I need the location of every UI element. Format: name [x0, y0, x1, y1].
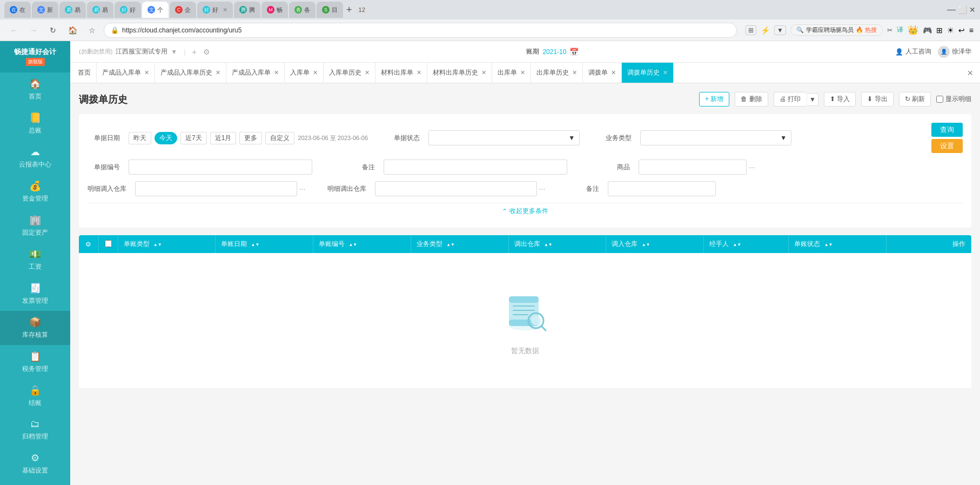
minimize-btn[interactable]: — [947, 5, 956, 15]
support-btn[interactable]: 👤 人工咨询 [895, 47, 931, 56]
sidebar-item-reports[interactable]: ☁ 云报表中心 [0, 141, 70, 175]
page-tab-outbound-hist-close[interactable]: ✕ [572, 69, 577, 76]
browser-tab-zai[interactable]: 在 在 [4, 2, 31, 18]
import-btn[interactable]: ⬆ 导入 [824, 92, 856, 107]
browser-tab-chang[interactable]: M 畅 [261, 2, 288, 18]
preset-today[interactable]: 今天 [155, 132, 177, 144]
page-tab-material-out-hist-close[interactable]: ✕ [481, 69, 486, 76]
col-settings[interactable]: ⚙ [79, 235, 98, 253]
browser-tab-mu[interactable]: S 目 [317, 2, 343, 18]
detail-in-ellipsis-btn[interactable]: ··· [297, 184, 308, 193]
tab-bar-close-all[interactable]: ✕ [963, 69, 978, 77]
translate-btn[interactable]: 译 [897, 25, 903, 35]
col-checkbox[interactable] [98, 235, 118, 253]
col-doc-no[interactable]: 单账编号 ▲▼ [313, 235, 411, 253]
preset-yesterday[interactable]: 昨天 [129, 132, 151, 144]
col-transfer-in[interactable]: 调入仓库 ▲▼ [606, 235, 704, 253]
sidebar-item-archive[interactable]: 🗂 归档管理 [0, 413, 70, 447]
preset-custom[interactable]: 自定义 [265, 132, 294, 144]
col-biz-type[interactable]: 业务类型 ▲▼ [411, 235, 508, 253]
page-tab-material-out-hist[interactable]: 材料出库单历史 ✕ [427, 63, 492, 83]
page-tab-inbound-hist[interactable]: 入库单历史 ✕ [324, 63, 375, 83]
back-btn[interactable]: ← [6, 23, 22, 38]
forward-btn[interactable]: → [26, 23, 41, 38]
col-doc-status[interactable]: 单账状态 ▲▼ [789, 235, 887, 253]
browser-tab-active[interactable]: 文 个 [142, 2, 169, 18]
preset-more[interactable]: 更多 [239, 132, 262, 144]
period-selector[interactable]: 账期 2021-10 📅 [526, 47, 579, 56]
page-tab-prod-inbound[interactable]: 产成品入库单 ✕ [97, 63, 155, 83]
add-company-btn[interactable]: + [192, 48, 197, 56]
page-tab-inbound[interactable]: 入库单 ✕ [285, 63, 324, 83]
print-dropdown-btn[interactable]: ▼ [807, 93, 818, 106]
browser-tab-yi2[interactable]: 易 易 [87, 2, 113, 18]
browser-tab-hao[interactable]: 好 好 [115, 2, 141, 18]
grid2-btn[interactable]: ⊞ [936, 26, 943, 35]
sidebar-item-assets[interactable]: 🏢 固定资产 [0, 209, 70, 243]
col-handler[interactable]: 经手人 ▲▼ [704, 235, 789, 253]
sort-doc-type[interactable]: ▲▼ [153, 243, 162, 247]
sort-doc-no[interactable]: ▲▼ [348, 243, 357, 247]
col-transfer-out[interactable]: 调出仓库 ▲▼ [508, 235, 606, 253]
url-bar[interactable]: 🔒 https://cloud.chanjet.com/accounting/u… [104, 23, 737, 38]
sidebar-item-settings[interactable]: ⚙ 基础设置 [0, 447, 70, 481]
preset-7days[interactable]: 近7天 [180, 132, 207, 144]
sidebar-item-funds[interactable]: 💰 资金管理 [0, 175, 70, 209]
page-tab-transfer-close[interactable]: ✕ [611, 69, 616, 76]
refresh-btn[interactable]: ↻ 刷新 [899, 92, 931, 107]
page-tab-transfer-hist[interactable]: 调拨单历史 ✕ [622, 63, 674, 83]
sort-transfer-out[interactable]: ▲▼ [544, 243, 553, 247]
search-bar[interactable]: 🔍 学霸应聘场驱鸟员 🔥 热搜 [790, 24, 883, 36]
sidebar-item-payroll[interactable]: 💵 工资 [0, 243, 70, 277]
sidebar-item-inventory[interactable]: 📦 库存核算 [0, 311, 70, 345]
menu-btn[interactable]: ≡ [969, 26, 974, 35]
page-tab-home[interactable]: 首页 [72, 63, 97, 83]
sidebar-item-ledger[interactable]: 📒 总账 [0, 107, 70, 141]
delete-btn[interactable]: 🗑 删除 [735, 92, 768, 107]
browser-tab-hao2[interactable]: 好 好 ✕ [197, 2, 233, 18]
detail-out-input[interactable] [375, 181, 537, 196]
company-selector[interactable]: (勿删勿禁用) 江西服宝测试专用 ▼ [79, 47, 177, 56]
print-btn[interactable]: 🖨 打印 [774, 92, 806, 107]
maximize-btn[interactable]: ⬜ [958, 5, 967, 14]
page-tab-outbound[interactable]: 出库单 ✕ [492, 63, 531, 83]
sidebar-item-home[interactable]: 🏠 首页 [0, 72, 70, 107]
close-window-btn[interactable]: ✕ [969, 5, 976, 14]
detail-out-ellipsis-btn[interactable]: ··· [537, 184, 548, 193]
page-tab-prod-inbound-hist-close[interactable]: ✕ [216, 69, 220, 76]
sort-biz-type[interactable]: ▲▼ [446, 243, 455, 247]
user-menu[interactable]: 👤 徐泽华 [938, 46, 971, 58]
browser-tab-qi[interactable]: C 企 [170, 2, 196, 18]
select-all-checkbox[interactable] [105, 240, 112, 247]
detail-in-input[interactable] [135, 181, 297, 196]
sidebar-item-tax[interactable]: 📋 税务管理 [0, 345, 70, 379]
query-btn[interactable]: 查询 [931, 123, 963, 137]
status-select[interactable]: ▼ [428, 130, 580, 145]
scissors-btn[interactable]: ✂ [887, 26, 892, 34]
new-btn[interactable]: + 新增 [699, 92, 729, 107]
browser-tab-ge[interactable]: 各 各 [289, 2, 316, 18]
home-browser-btn[interactable]: 🏠 [65, 23, 80, 38]
sidebar-item-close[interactable]: 🔒 结账 [0, 379, 70, 413]
page-tab-material-out[interactable]: 材料出库单 ✕ [375, 63, 427, 83]
page-tab-inbound-hist-close[interactable]: ✕ [365, 69, 370, 76]
page-tab-transfer[interactable]: 调拨单 ✕ [583, 63, 622, 83]
collapse-more-btn[interactable]: ⌃ 收起更多条件 [502, 203, 548, 219]
sidebar-logo[interactable]: 畅捷通好会计 旗舰版 [0, 41, 70, 72]
browser-tab-yi1[interactable]: 易 易 [59, 2, 86, 18]
sort-transfer-in[interactable]: ▲▼ [642, 243, 650, 247]
goods-ellipsis-btn[interactable]: ··· [747, 163, 757, 171]
page-tab-prod-inbound2[interactable]: 产成品入库单 ✕ [226, 63, 285, 83]
display-checkbox[interactable] [936, 96, 943, 103]
grid-btn[interactable]: ⊞ [746, 25, 756, 35]
export-btn[interactable]: ⬇ 导出 [861, 92, 893, 107]
remark-input[interactable] [384, 160, 567, 175]
settings-company-btn[interactable]: ⚙ [203, 48, 210, 56]
doc-no-input[interactable] [129, 160, 312, 175]
sort-doc-date[interactable]: ▲▼ [251, 243, 260, 247]
page-tab-outbound-hist[interactable]: 出库单历史 ✕ [531, 63, 583, 83]
setting-btn[interactable]: 设置 [931, 139, 963, 153]
page-tab-transfer-hist-close[interactable]: ✕ [663, 69, 668, 76]
browser-tab-close-hao2[interactable]: ✕ [223, 6, 227, 14]
page-tab-outbound-close[interactable]: ✕ [520, 69, 525, 76]
